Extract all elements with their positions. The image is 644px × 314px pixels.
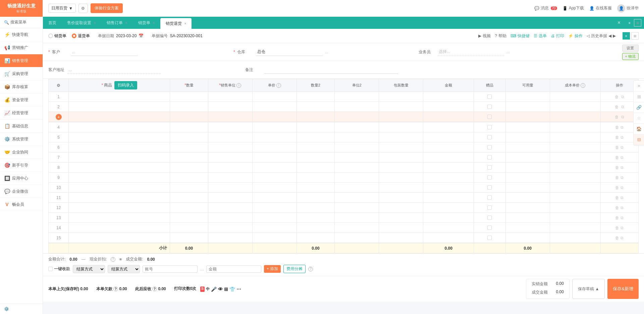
settlement-method-select[interactable]: 结算方式: [73, 265, 105, 273]
cost-cell[interactable]: [550, 132, 600, 142]
qty2-cell[interactable]: [297, 163, 334, 173]
tab-price-setup[interactable]: 售价提取设置 ×: [62, 17, 101, 29]
gift-cell[interactable]: [474, 152, 505, 163]
shortcut-btn[interactable]: ⌨ 快捷键: [511, 33, 530, 39]
side-icon-3[interactable]: 🔗: [634, 102, 644, 113]
gift-cell[interactable]: [474, 223, 505, 233]
gear-icon[interactable]: ⚙: [57, 83, 60, 88]
qty-cell[interactable]: [170, 163, 208, 173]
gift-checkbox[interactable]: [487, 155, 492, 160]
price-cell[interactable]: [252, 142, 297, 152]
app-download-button[interactable]: 📱 App下载: [562, 5, 584, 11]
qty-cell[interactable]: [170, 213, 208, 223]
add-row-btn-cell[interactable]: +: [49, 112, 69, 122]
gift-checkbox[interactable]: [487, 185, 492, 190]
avail-cell[interactable]: [505, 163, 550, 173]
amount-cell[interactable]: [423, 193, 474, 203]
delete-row-btn[interactable]: 🗑: [615, 95, 619, 99]
copy-row-btn[interactable]: ⧉: [621, 155, 624, 160]
message-button[interactable]: 💬 消息 70: [534, 5, 557, 11]
cost-cell[interactable]: [550, 223, 600, 233]
price-cell[interactable]: [252, 183, 297, 193]
online-service-button[interactable]: 👤 在线客服: [589, 5, 612, 11]
product-cell[interactable]: [69, 152, 170, 163]
amount-cell[interactable]: [423, 142, 474, 152]
avail-cell[interactable]: [505, 122, 550, 132]
unit2-cell[interactable]: [335, 183, 379, 193]
avail-cell[interactable]: [505, 102, 550, 112]
copy-row-btn[interactable]: ⧉: [621, 135, 624, 140]
new-product-input[interactable]: [69, 112, 170, 122]
cost-cell[interactable]: [550, 102, 600, 112]
qty2-cell[interactable]: [297, 193, 334, 203]
unit2-cell[interactable]: [335, 173, 379, 183]
delete-row-btn[interactable]: 🗑: [615, 226, 619, 230]
scan-button[interactable]: 扫码录入: [114, 81, 137, 89]
product-cell[interactable]: [69, 142, 170, 152]
copy-row-btn[interactable]: ⧉: [621, 205, 624, 210]
product-cell[interactable]: [69, 203, 170, 213]
gift-checkbox[interactable]: [487, 95, 492, 99]
sidebar-settings-btn[interactable]: ⚙️: [0, 304, 43, 314]
price-cell[interactable]: [252, 193, 297, 203]
gift-cell[interactable]: [474, 132, 505, 142]
pack-cell[interactable]: [379, 223, 423, 233]
qty-cell[interactable]: [170, 102, 208, 112]
cost-cell[interactable]: [550, 193, 600, 203]
amount-cell[interactable]: [423, 173, 474, 183]
calendar-icon[interactable]: 📅: [139, 34, 144, 38]
cost-cell[interactable]: [550, 163, 600, 173]
price-cell[interactable]: [252, 173, 297, 183]
gift-checkbox[interactable]: [487, 226, 492, 230]
customer-addr-input[interactable]: ...: [67, 66, 161, 74]
unit-cell[interactable]: [208, 173, 252, 183]
unit-cell[interactable]: [208, 233, 252, 243]
qty2-cell[interactable]: [297, 132, 334, 142]
qty2-cell[interactable]: [297, 122, 334, 132]
pack-cell[interactable]: [379, 183, 423, 193]
gift-checkbox[interactable]: [487, 165, 492, 170]
unit-cell[interactable]: [208, 183, 252, 193]
settings-button[interactable]: 设置: [622, 45, 639, 52]
customer-input[interactable]: ...: [71, 48, 138, 56]
sidebar-item-wechat[interactable]: 💬 企业微信: [0, 185, 43, 198]
qty2-cell[interactable]: [297, 213, 334, 223]
unit2-cell[interactable]: [335, 142, 379, 152]
sidebar-item-system[interactable]: ⚙️ 系统管理: [0, 133, 43, 146]
nav-prev-icon[interactable]: ◀: [608, 34, 611, 38]
qty2-cell[interactable]: [297, 92, 334, 102]
delete-row-btn[interactable]: 🗑: [615, 125, 619, 130]
tab-sales-return[interactable]: 销货退货 ×: [160, 18, 192, 29]
pack-cell[interactable]: [379, 132, 423, 142]
copy-row-btn[interactable]: ⧉: [621, 226, 624, 230]
save-new-button[interactable]: 保存&新增: [607, 279, 639, 299]
gift-checkbox[interactable]: [487, 115, 492, 119]
gift-cell[interactable]: [474, 183, 505, 193]
list-view-btn[interactable]: ≡: [626, 19, 633, 26]
copy-row-btn[interactable]: ⧉: [621, 236, 624, 240]
unit-cell[interactable]: [208, 102, 252, 112]
side-icon-4[interactable]: ☆: [634, 113, 644, 124]
avail-cell[interactable]: [505, 92, 550, 102]
gift-cell[interactable]: [474, 122, 505, 132]
avail-cell[interactable]: [505, 142, 550, 152]
delete-row-btn[interactable]: 🗑: [615, 155, 619, 160]
cost-cell[interactable]: [550, 203, 600, 213]
unit-cell[interactable]: [208, 152, 252, 163]
amount-input[interactable]: [206, 265, 261, 273]
unit-cell[interactable]: [208, 132, 252, 142]
video-btn[interactable]: ▶ 视频: [478, 33, 491, 39]
avail-cell[interactable]: [505, 173, 550, 183]
gift-checkbox[interactable]: [487, 105, 492, 109]
copy-row-btn[interactable]: ⧉: [621, 105, 624, 109]
new-qty2-cell[interactable]: [297, 112, 334, 122]
cost-cell[interactable]: [550, 142, 600, 152]
unit2-cell[interactable]: [335, 193, 379, 203]
sidebar-item-sales[interactable]: 📊 销售管理: [0, 54, 43, 67]
qty2-cell[interactable]: [297, 233, 334, 243]
gift-cell[interactable]: [474, 102, 505, 112]
new-cost-cell[interactable]: [550, 112, 600, 122]
gift-cell[interactable]: [474, 142, 505, 152]
qty-cell[interactable]: [170, 122, 208, 132]
price-cell[interactable]: [252, 102, 297, 112]
